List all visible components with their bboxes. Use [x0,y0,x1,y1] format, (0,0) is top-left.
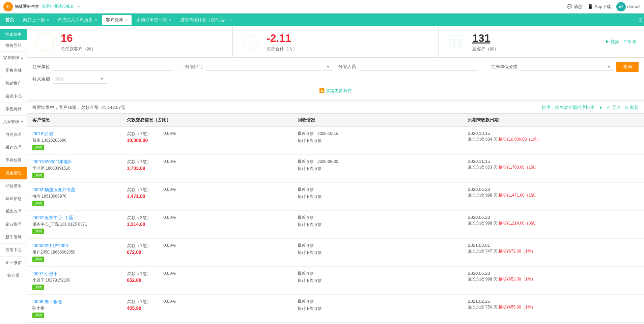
overdue-7: 2021.02.26 最长欠款 750 天 超期¥455.90（1笔） [468,299,639,310]
overdue-amount-1[interactable]: 超期¥10,000.00（1笔） [498,137,541,142]
sidebar-item-vip-member[interactable]: 畅会员 [0,269,27,282]
filter-collapse-btn[interactable]: 🔼 收起更多条件 [32,86,639,95]
sidebar-item-finance[interactable]: 资金管理 [0,167,27,180]
content-area: ¥ 16 总欠款客户（家） ◇ -2.11 欠款合计（万） [27,26,644,324]
tab-bar-actions: – ⊡ [633,17,643,23]
tab-products-offline[interactable]: 商品上下架 × [19,15,53,25]
stats-bar: ¥ 16 总欠款客户（家） ◇ -2.11 欠款合计（万） [27,26,644,58]
tab-purchase-order-stats[interactable]: 采购订单统计表 × [132,15,175,25]
tab-incoming-stats-close[interactable]: × [230,18,232,22]
sort-dropdown[interactable]: ▼ [598,105,603,110]
tab-incoming-stats[interactable]: 进货单统计表（按商品） × [176,15,236,25]
refresh-btn[interactable]: ⊙ 刷新 [625,105,639,111]
overdue-days-3: 最长欠款 998 天 超期¥1,471.00（1笔） [468,193,639,198]
customer-name-4[interactable]: 服务中心_丁磊 [45,215,73,220]
debt-amount-3[interactable]: 1,471.00 [127,194,151,199]
overdue-4: 2020.06.23 最长欠款 998 天 超期¥1,214.00（3笔） [468,215,639,226]
overdue-date-7: 2021.02.26 [468,299,639,304]
sidebar-item-retail-mall[interactable]: 零售商城 [0,64,27,77]
sidebar-item-new-guide[interactable]: 新手引导 [0,231,27,244]
overdue-amount-2[interactable]: 超期¥1,703.68（1笔） [498,165,539,170]
overdue-amount-3[interactable]: 超期¥1,471.00（1笔） [498,193,539,198]
tab-customer-account[interactable]: 客户账本 × [102,15,132,25]
company-selector[interactable]: 母婴行业演示账套 [42,4,74,9]
tab-production-history-close[interactable]: × [95,18,97,22]
filter-person-dots[interactable]: ··· [481,64,485,70]
overdue-amount-7[interactable]: 超期¥455.90（1笔） [498,305,535,310]
customer-id-4: [0002] [32,215,45,220]
tab-maximize-icon[interactable]: ⊡ [638,17,643,23]
overdue-5: 2021.03.01 最长欠款 747 天 超期¥672.00（1笔） [468,243,639,254]
sidebar-item-purchase-mgmt[interactable]: 采购管理 [0,141,27,154]
debt-amount-4[interactable]: 1,214.00 [127,222,151,227]
user-area[interactable]: d2 demo2 [616,2,641,11]
tab-home[interactable]: 首页 [1,15,18,25]
overdue-3: 2020.06.23 最长欠款 998 天 超期¥1,471.00（1笔） [468,187,639,198]
tab-purchase-order-stats-close[interactable]: × [169,18,171,22]
sidebar-quick-nav[interactable]: 快捷导航 [0,40,27,52]
sidebar-item-inventory[interactable]: 库存核算 [0,154,27,167]
stat-label-debt-amount: 欠款合计（万） [267,46,297,52]
filter-balance-select[interactable]: 选择... ▼ [53,75,107,84]
customer-id-6: [0007] [32,271,45,276]
sidebar: 搜索菜单 快捷导航 零售管理 ▲ 零售商城 营销推广 会员中心 零售统计 批发管… [0,26,27,324]
sidebar-item-basic-info[interactable]: 基础信息 [0,193,27,205]
stat-card-debt-amount: ◇ -2.11 欠款合计（万） [233,26,439,57]
filter-supplier-dots[interactable]: ··· [175,64,180,70]
filter-dept-select[interactable]: ▼ [205,63,333,71]
sidebar-item-ecommerce[interactable]: 电商管理 [0,128,27,141]
help-btn[interactable]: ? 帮助 [623,39,636,45]
sidebar-item-business-mgmt[interactable]: 经营管理 [0,180,27,193]
customer-name-1[interactable]: 吕俊 [45,131,53,136]
table-header: 客户信息 欠款交易信息（占比） 回收情况 到期未收款日期 [27,114,644,127]
app-download-btn[interactable]: 📱 App下载 [588,4,611,10]
debt-amount-7[interactable]: 455.90 [127,305,151,311]
tab-products-offline-label: 商品上下架 [23,17,45,23]
overdue-amount-6[interactable]: 超期¥652.00（1笔） [498,277,535,282]
filter-category-label: 往来单位分类 [491,64,517,70]
message-btn[interactable]: 💬 消息 [567,4,582,10]
tab-production-history[interactable]: 产成品入库单历史 × [54,15,101,25]
filter-person-input[interactable] [359,63,479,71]
tab-minimize-icon[interactable]: – [633,17,636,23]
sidebar-item-retail-mgmt[interactable]: 零售管理 ▲ [0,52,27,64]
recovery-6: 最近收款 预计下次收款 [298,271,468,284]
debt-amount-2[interactable]: 1,703.68 [127,166,151,171]
sidebar-item-enterprise[interactable]: 企业协同 [0,218,27,231]
stat-card-total-customers: 131 总客户（家） ▶ 视频 ? 帮助 [439,26,644,57]
filter-row-1: 往来单位 ··· 分管部门 ▼ 分管人员 ··· 往来 [32,62,639,72]
customer-name-7[interactable]: 去下粮仓 [45,299,62,304]
stat-value-debt-amount: -2.11 [267,32,297,45]
sidebar-item-retail-stats[interactable]: 零售统计 [0,103,27,116]
sidebar-item-batch-mgmt[interactable]: 批发管理 ▼ [0,116,27,128]
tab-products-offline-close[interactable]: × [47,18,49,22]
customer-name-5[interactable]: 用户2050 [50,243,68,248]
overdue-amount-4[interactable]: 超期¥1,214.00（3笔） [498,221,539,226]
sidebar-item-apps[interactable]: 应用中心 [0,244,27,257]
sidebar-item-marketing[interactable]: 营销推广 [0,77,27,90]
overdue-amount-5[interactable]: 超期¥672.00（1笔） [498,249,535,254]
customer-name-2[interactable]: 李老师 [59,159,73,164]
recovery-7: 最近收款 预计下次收款 [298,299,468,312]
tab-customer-account-close[interactable]: × [125,18,128,22]
message-icon: 💬 [567,4,572,9]
customer-name-6[interactable]: 小进干 [45,271,58,276]
filter-supplier-input[interactable] [53,63,173,71]
sidebar-item-system[interactable]: 系统管理 [0,205,27,218]
export-btn[interactable]: ⊙ 导出 [607,105,621,111]
overdue-days-5: 最长欠款 747 天 超期¥672.00（1笔） [468,248,639,254]
refresh-label: 刷新 [630,105,639,111]
sidebar-search[interactable]: 搜索菜单 [0,29,27,40]
view-video-btn[interactable]: ▶ 视频 [605,39,620,45]
search-btn[interactable]: 查询 [616,62,639,72]
debt-amount-5[interactable]: 672.00 [127,249,151,255]
customer-name-3[interactable]: 畅捷服务尹海燕 [45,187,75,192]
filter-dept-field: 分管部门 ▼ [185,63,333,71]
debt-amount-6[interactable]: 652.00 [127,277,151,283]
debt-cell-7: 欠款（1笔） 455.90 0.00% [127,299,298,311]
filter-category-select[interactable]: ▼ [520,63,614,71]
sidebar-item-enterprise-wechat[interactable]: 企业微信 [0,257,27,269]
debt-amount-1[interactable]: 10,000.00 [127,138,151,143]
collapse-label: 收起更多条件 [326,88,352,93]
sidebar-item-member-center[interactable]: 会员中心 [0,90,27,103]
